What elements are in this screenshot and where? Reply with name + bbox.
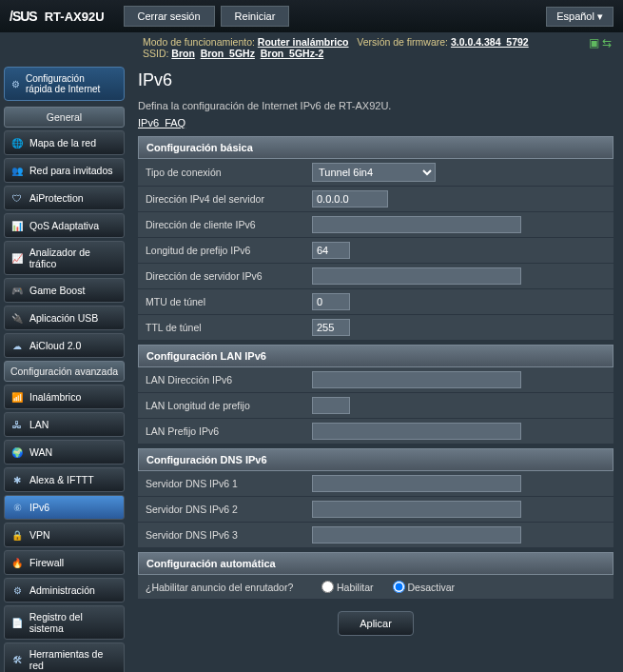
nav-icon: 🔥	[10, 556, 24, 569]
model-name: RT-AX92U	[45, 10, 105, 24]
sidebar-item-herramientas-de-red[interactable]: 🛠Herramientas de red	[4, 642, 125, 672]
nav-icon: 👥	[10, 164, 24, 177]
text-input[interactable]	[312, 423, 521, 440]
language-select[interactable]: Español	[546, 7, 613, 27]
sidebar: ⚙ Configuraciónrápida de Internet Genera…	[0, 63, 128, 672]
nav-icon: 🛠	[10, 653, 24, 666]
sidebar-item-alexa-ifttt[interactable]: ✱Alexa & IFTTT	[4, 467, 125, 492]
text-input[interactable]	[312, 216, 521, 233]
nav-icon: ✱	[10, 473, 24, 486]
form-row: Servidor DNS IPv6 3	[138, 523, 613, 548]
section-dns-header: Configuración DNS IPv6	[138, 448, 613, 471]
group-advanced-header: Configuración avanzada	[4, 361, 125, 382]
logout-button[interactable]: Cerrar sesión	[124, 6, 215, 27]
section-basic-header: Configuración básica	[138, 136, 613, 159]
text-input[interactable]	[312, 371, 521, 388]
form-row: Servidor DNS IPv6 1	[138, 471, 613, 497]
sidebar-item-analizador-de-tr-fico[interactable]: 📈Analizador de tráfico	[4, 241, 125, 275]
group-general-header: General	[4, 107, 125, 128]
text-input[interactable]	[312, 397, 350, 414]
sidebar-item-qos-adaptativa[interactable]: 📊QoS Adaptativa	[4, 213, 125, 238]
sidebar-item-registro-del-sistema[interactable]: 📄Registro del sistema	[4, 605, 125, 640]
form-row: Tipo de conexiónTunnel 6in4	[138, 159, 613, 187]
form-row: LAN Longitud de prefijo	[138, 393, 613, 419]
text-input[interactable]	[312, 293, 350, 310]
sidebar-item-aicloud-2-0[interactable]: ☁AiCloud 2.0	[4, 333, 125, 358]
text-input[interactable]	[312, 319, 350, 336]
info-bar: ▣ ⇆ Modo de funcionamiento: Router inalá…	[0, 32, 623, 63]
nav-icon: 🛡	[10, 191, 24, 205]
top-bar: /SUS RT-AX92U Cerrar sesión Reiniciar Es…	[0, 0, 623, 32]
nav-icon: 📄	[10, 616, 24, 629]
nav-icon: ⑥	[10, 501, 24, 514]
text-input[interactable]	[312, 475, 521, 492]
sidebar-item-wan[interactable]: 🌍WAN	[4, 440, 125, 464]
nav-icon: 🔒	[10, 528, 24, 542]
sidebar-item-mapa-de-la-red[interactable]: 🌐Mapa de la red	[4, 130, 125, 155]
apply-button[interactable]: Aplicar	[338, 611, 414, 636]
sidebar-item-inal-mbrico[interactable]: 📶Inalámbrico	[4, 385, 125, 409]
nav-icon: 📶	[10, 390, 24, 404]
page-title: IPv6	[138, 70, 613, 90]
form-row: Dirección IPv4 del servidor	[138, 187, 613, 212]
nav-icon: 📈	[10, 251, 24, 265]
brand-logo: /SUS	[10, 9, 37, 24]
reboot-button[interactable]: Reiniciar	[221, 6, 290, 27]
ipv6-faq-link[interactable]: IPv6_FAQ	[138, 117, 185, 128]
nav-icon: 🌍	[10, 445, 24, 459]
nav-icon: ☁	[10, 339, 24, 352]
form-row: Dirección de servidor IPv6	[138, 264, 613, 289]
sidebar-item-game-boost[interactable]: 🎮Game Boost	[4, 278, 125, 303]
quick-internet-setup[interactable]: ⚙ Configuraciónrápida de Internet	[4, 67, 125, 101]
sidebar-item-red-para-invitados[interactable]: 👥Red para invitados	[4, 158, 125, 183]
nav-icon: ⚙	[10, 583, 24, 597]
text-input[interactable]	[312, 501, 521, 518]
main-content: IPv6 Defina la configuración de Internet…	[128, 63, 623, 672]
sidebar-item-aplicaci-n-usb[interactable]: 🔌Aplicación USB	[4, 306, 125, 330]
status-icons[interactable]: ▣ ⇆	[589, 36, 612, 49]
section-lan-header: Configuración LAN IPv6	[138, 345, 613, 367]
nav-icon: 🎮	[10, 284, 24, 297]
gear-icon: ⚙	[9, 77, 22, 90]
firmware-link[interactable]: 3.0.0.4.384_5792	[451, 36, 529, 48]
form-row: LAN Dirección IPv6	[138, 367, 613, 393]
top-buttons: Cerrar sesión Reiniciar	[124, 6, 290, 27]
form-row: Longitud de prefijo IPv6	[138, 238, 613, 264]
form-row: Dirección de cliente IPv6	[138, 212, 613, 238]
text-input[interactable]	[312, 190, 388, 208]
page-description: Defina la configuración de Internet IPv6…	[138, 100, 613, 111]
text-input[interactable]	[312, 267, 521, 285]
form-row: LAN Prefijo IPv6	[138, 419, 613, 445]
nav-icon: 📊	[10, 219, 24, 232]
section-auto-header: Configuración automática	[138, 552, 613, 575]
enable-radio[interactable]	[321, 581, 334, 593]
nav-icon: 🔌	[10, 311, 24, 325]
operation-mode-link[interactable]: Router inalámbrico	[258, 36, 349, 48]
nav-icon: 🌐	[10, 136, 24, 149]
text-input[interactable]	[312, 242, 350, 259]
sidebar-item-vpn[interactable]: 🔒VPN	[4, 523, 125, 547]
nav-icon: 🖧	[10, 418, 24, 431]
form-row: Servidor DNS IPv6 2	[138, 497, 613, 523]
connection-type-select[interactable]: Tunnel 6in4	[312, 163, 436, 182]
form-row: MTU de túnel	[138, 289, 613, 315]
sidebar-item-ipv6[interactable]: ⑥IPv6	[4, 495, 125, 520]
form-row: TTL de túnel	[138, 315, 613, 341]
sidebar-item-firewall[interactable]: 🔥Firewall	[4, 550, 125, 575]
router-advertisement-row: ¿Habilitar anuncio del enrutador? Habili…	[138, 575, 613, 600]
sidebar-item-aiprotection[interactable]: 🛡AiProtection	[4, 186, 125, 210]
disable-radio[interactable]	[393, 581, 405, 593]
text-input[interactable]	[312, 526, 521, 544]
sidebar-item-lan[interactable]: 🖧LAN	[4, 412, 125, 437]
sidebar-item-administraci-n[interactable]: ⚙Administración	[4, 578, 125, 603]
